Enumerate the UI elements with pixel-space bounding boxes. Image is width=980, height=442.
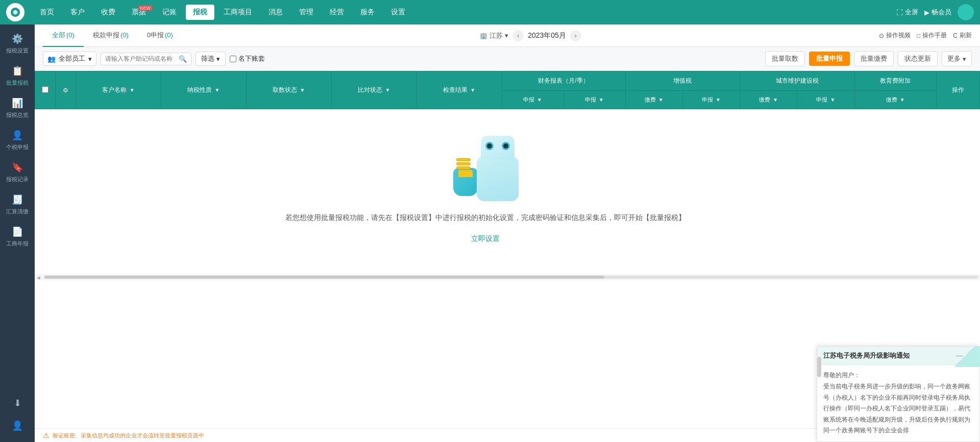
col-check-result[interactable]: 检查结果 ▼ — [416, 71, 502, 109]
tab-zero-declare[interactable]: 0申报 (0) — [138, 24, 182, 47]
setup-link[interactable]: 立即设置 — [471, 234, 500, 243]
tax-record-icon: 🔖 — [11, 161, 23, 174]
sidebar-item-tax-settings[interactable]: ⚙️ 报税设置 — [2, 29, 33, 59]
sidebar-bottom: ⬇ 👤 — [2, 393, 33, 442]
tab-all[interactable]: 全部 (0) — [43, 24, 84, 47]
nav-industry[interactable]: 工商项目 — [216, 5, 259, 20]
col-urban-construction: 城市维护建设税 — [740, 71, 855, 91]
sidebar-item-tax-record[interactable]: 🔖 报税记录 — [2, 157, 33, 187]
avatar[interactable] — [958, 4, 974, 20]
fullscreen-icon: ⛶ — [896, 9, 903, 16]
video-icon: ⊙ — [879, 32, 884, 39]
batch-pay-button[interactable]: 批量缴费 — [854, 51, 894, 66]
sidebar-item-tax-overview[interactable]: 📊 报税总览 — [2, 93, 33, 123]
col-fetch-status[interactable]: 取数状态 ▼ — [246, 71, 331, 109]
sidebar-item-batch-tax[interactable]: 📋 批量报税 — [2, 61, 33, 91]
operation-video-button[interactable]: ⊙ 操作视频 — [879, 31, 911, 40]
table-body: 若您想使用批量报税功能，请先在【报税设置】中进行报税的初始化设置，完成密码验证和… — [35, 109, 980, 275]
coin-bag-top — [458, 170, 473, 177]
scroll-left-btn[interactable]: ◂ — [35, 274, 42, 281]
tab-right-buttons: ⊙ 操作视频 □ 操作手册 C 刷新 — [879, 31, 972, 40]
new-badge: NEW — [138, 6, 152, 11]
toolbar-right: 批量取数 批量申报 批量缴费 状态更新 更多 ▾ — [765, 51, 972, 66]
nav-customer[interactable]: 客户 — [63, 5, 92, 20]
sidebar-item-download[interactable]: ⬇ — [2, 393, 33, 413]
nav-accounting[interactable]: 记账 — [155, 5, 184, 20]
col-urban-declare[interactable]: 申报 ▼ — [682, 91, 740, 109]
filter-icon: ▼ — [537, 97, 542, 103]
checkbox-label[interactable]: 名下账套 — [230, 54, 265, 63]
col-operation: 操作 — [936, 71, 979, 109]
account-checkbox[interactable] — [230, 56, 236, 62]
robot-head — [481, 136, 514, 159]
status-text: 验证账密、采集信息均成功的企业才会流转至批量报税页面中 — [53, 432, 204, 439]
col-edu-declare[interactable]: 申报 ▼ — [797, 91, 854, 109]
col-compare-status[interactable]: 比对状态 ▼ — [331, 71, 416, 109]
fullscreen-button[interactable]: ⛶ 全屏 — [896, 8, 918, 17]
col-vat: 增值税 — [625, 71, 740, 91]
col-urban-pay[interactable]: 缴费 ▼ — [740, 91, 797, 109]
filter-button[interactable]: 筛选 ▾ — [195, 52, 226, 66]
nav-operation[interactable]: 经营 — [323, 5, 351, 20]
sidebar-item-user[interactable]: 👤 — [2, 415, 33, 436]
batch-fetch-button[interactable]: 批量取数 — [765, 51, 805, 66]
col-vat-pay[interactable]: 缴费 ▼ — [625, 91, 682, 109]
region-button[interactable]: 🏢 江苏 ▾ — [480, 31, 508, 40]
status-update-button[interactable]: 状态更新 — [898, 51, 938, 66]
scroll-track — [44, 276, 978, 279]
sidebar-item-annual-report[interactable]: 📄 工商年报 — [2, 222, 33, 252]
col-tax-nature[interactable]: 纳税性质 ▼ — [161, 71, 246, 109]
batch-declare-button[interactable]: 批量申报 — [809, 52, 850, 66]
filter-icon: ▼ — [773, 97, 778, 103]
nav-manage[interactable]: 管理 — [292, 5, 321, 20]
more-chevron-icon: ▾ — [963, 55, 966, 63]
app-logo[interactable] — [6, 3, 24, 21]
next-month-button[interactable]: › — [570, 30, 581, 41]
tab-tax-declare[interactable]: 税款申报 (0) — [84, 24, 138, 47]
sidebar-item-annual-settle[interactable]: 🧾 汇算清缴 — [2, 189, 33, 219]
notification-body: 尊敬的用户： 受当前电子税务局进一步升级的影响，同一个政务网账号（办税人）名下的… — [817, 365, 979, 441]
annual-report-icon: 📄 — [11, 226, 23, 238]
nav-right: ⛶ 全屏 ▶ 畅会员 — [896, 4, 974, 20]
download-icon: ⬇ — [11, 397, 23, 409]
member-button[interactable]: ▶ 畅会员 — [924, 8, 951, 17]
notif-scroll-thumb[interactable] — [817, 357, 821, 377]
bottom-scrollbar[interactable]: ◂ — [35, 274, 980, 280]
notification-panel: 江苏电子税务局升级影响通知 — ✕ 尊敬的用户： 受当前电子税务局进一步升级的影… — [817, 346, 980, 442]
col-edu-pay[interactable]: 缴费 ▼ — [854, 91, 936, 109]
region-chevron-icon: ▾ — [505, 32, 508, 39]
col-customer-name[interactable]: 客户名称 ▼ — [76, 71, 161, 109]
robot-eye-left — [485, 142, 494, 150]
toolbar: 👥 全部员工 ▾ 🔍 筛选 ▾ 名下账套 批量取数 批量申报 批量缴费 状态更新 — [35, 47, 980, 71]
notif-corner-decoration — [949, 347, 979, 367]
filter-icon: ▼ — [716, 97, 721, 103]
filter-icon: ▼ — [215, 87, 220, 93]
select-all-checkbox-col[interactable] — [35, 71, 56, 109]
empty-row: 若您想使用批量报税功能，请先在【报税设置】中进行报税的初始化设置，完成密码验证和… — [35, 109, 980, 275]
employee-select[interactable]: 👥 全部员工 ▾ — [43, 52, 96, 66]
scroll-thumb[interactable] — [44, 276, 604, 279]
coins — [456, 158, 471, 169]
search-box[interactable]: 🔍 — [101, 53, 191, 65]
nav-tax[interactable]: 报税 — [186, 5, 214, 20]
search-icon[interactable]: 🔍 — [179, 55, 187, 63]
prev-month-button[interactable]: ‹ — [512, 30, 524, 41]
filter-icon: ▼ — [385, 87, 390, 93]
nav-home[interactable]: 首页 — [33, 5, 61, 20]
annual-settle-icon: 🧾 — [11, 193, 23, 206]
select-all-checkbox[interactable] — [42, 86, 48, 93]
nav-settings[interactable]: 设置 — [384, 5, 412, 20]
nav-message[interactable]: 消息 — [261, 5, 290, 20]
operation-manual-button[interactable]: □ 操作手册 — [917, 31, 947, 40]
refresh-button[interactable]: C 刷新 — [953, 31, 972, 40]
nav-service[interactable]: 服务 — [353, 5, 382, 20]
sidebar-item-personal-tax[interactable]: 👤 个税申报 — [2, 125, 33, 155]
col-financial-declare[interactable]: 申报 ▼ — [502, 91, 564, 109]
col-education-surcharge: 教育费附加 — [854, 71, 936, 91]
col-vat-declare[interactable]: 申报 ▼ — [564, 91, 625, 109]
settings-col[interactable]: ⚙ — [56, 71, 76, 109]
more-button[interactable]: 更多 ▾ — [942, 51, 972, 66]
nav-invoice[interactable]: 票据 NEW — [125, 5, 153, 20]
search-input[interactable] — [105, 55, 177, 62]
nav-fee[interactable]: 收费 — [94, 5, 122, 20]
